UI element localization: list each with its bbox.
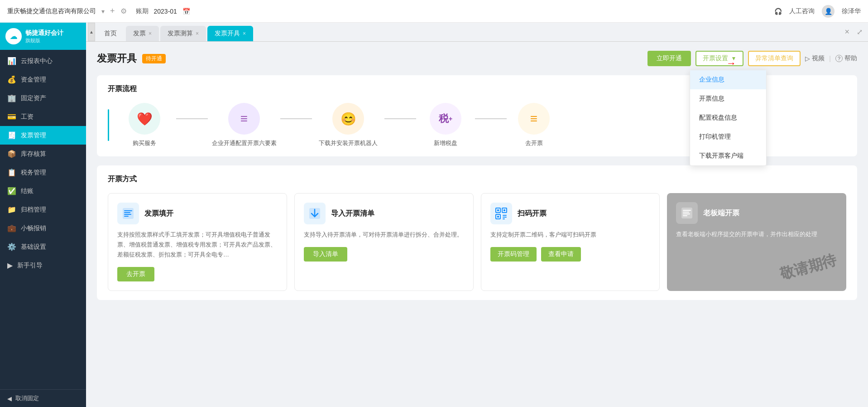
dropdown-arrow-indicator: → [726,58,736,68]
method-card-import: 导入开票清单 支持导入待开票清单，可对待开票清单进行拆分、合并处理。 导入清单 [294,193,474,291]
video-button[interactable]: ▷ 视频 [805,54,825,63]
support-icon: 🎧 [774,8,782,15]
user-avatar: 👤 [822,5,834,18]
abnormal-button[interactable]: 异常清单查询 [748,51,801,66]
zijin-icon: 💰 [7,75,16,84]
help-label: 帮助 [844,54,857,63]
flow-label-qukaiPiao: 去开票 [525,139,543,147]
calendar-icon[interactable]: 📅 [182,8,190,15]
dropdown-item-kaipiaoxinxi[interactable]: 开票信息 [690,89,766,108]
sidebar-label-jichushezhi: 基础设置 [21,243,46,251]
fill-icon [117,203,139,224]
sidebar-label-zijin: 资金管理 [21,76,46,84]
sidebar-item-shuiwu[interactable]: 📋 税务管理 [0,163,86,182]
flow-step-xinzeng: 税+ 新增税盘 [416,103,475,147]
sidebar-label-kucun: 库存核算 [21,150,46,158]
xiaochangbaoxiao-icon: 💼 [7,224,16,233]
import-btn[interactable]: 导入清单 [304,247,347,262]
dropdown-item-qiyeinfo[interactable]: 企业信息 [690,70,766,89]
tab-maximize[interactable]: ⤢ [853,28,866,36]
sidebar-bottom: ◀ 取消固定 [0,389,86,407]
content-area: ▲ 首页 发票 × 发票测算 × 发票开具 × × ⤢ [86,23,868,407]
period-label: 账期 [136,7,149,15]
fill-desc: 支持按照发票样式手工填开发票；可开具增值税电子普通发票、增值税普通发票、增值税专… [117,230,278,260]
svg-rect-11 [504,209,505,211]
scan-title: 扫码开票 [518,209,547,218]
svg-rect-12 [497,216,499,218]
sidebar-label-guidang: 归档管理 [21,206,46,214]
methods-section-title: 开票方式 [108,174,846,184]
settings-dropdown-menu: → 企业信息 开票信息 配置税盘信息 打印机管理 下载开票客户端 [690,70,767,166]
sidebar-item-gudingzichan[interactable]: 🏢 固定资产 [0,89,86,107]
settings-button[interactable]: 开票设置 ▼ [695,51,743,66]
sidebar-item-gongzi[interactable]: 💳 工资 [0,107,86,126]
sidebar-item-zijin[interactable]: 💰 资金管理 [0,70,86,89]
boss-icon [676,202,698,224]
support-label[interactable]: 人工咨询 [789,7,815,15]
fill-title: 发票填开 [144,209,173,218]
method-card-fill: 发票填开 支持按照发票样式手工填开发票；可开具增值税电子普通发票、增值税普通发票… [108,193,287,291]
method-card-scan: 扫码开票 支持定制开票二维码，客户端可扫码开票 开票码管理 查看申请 [481,193,660,291]
tab-fapiao-kaiju[interactable]: 发票开具 × [207,26,253,41]
tab-home[interactable]: 首页 [95,26,126,41]
scan-btn1[interactable]: 开票码管理 [490,247,537,262]
tab-fapiao-kaiju-close[interactable]: × [243,30,246,37]
sidebar-label-xinshouyin: 新手引导 [17,262,43,270]
top-bar-right: 🎧 人工咨询 👤 徐泽华 [774,5,861,18]
tab-fapiao-cesuan-close[interactable]: × [196,30,199,37]
sidebar-label-xiaochangbaoxiao: 小畅报销 [21,224,46,233]
scan-icon [490,203,512,224]
sidebar-label-gongzi: 工资 [21,113,34,121]
svg-rect-19 [683,213,690,214]
tab-fapiao-close[interactable]: × [149,30,152,37]
tab-scroll-up[interactable]: ▲ [88,23,95,41]
user-name: 徐泽华 [842,7,861,15]
boss-watermark: 敬请期待 [777,250,839,285]
sidebar-nav: 📊 云报表中心 💰 资金管理 🏢 固定资产 💳 工资 🧾 发票管理 📦 [0,50,86,389]
logo-icon: ☁ [5,28,22,44]
sidebar-item-fapiao[interactable]: 🧾 发票管理 [0,126,86,145]
sidebar-item-yunbao[interactable]: 📊 云报表中心 [0,52,86,70]
sidebar-item-jiezhang[interactable]: ✅ 结账 [0,182,86,200]
tab-bar: ▲ 首页 发票 × 发票测算 × 发票开具 × × ⤢ [86,23,868,42]
import-title: 导入开票清单 [331,209,374,218]
sidebar-item-xiaochangbaoxiao[interactable]: 💼 小畅报销 [0,219,86,237]
tab-fapiao[interactable]: 发票 × [126,26,159,41]
settings-icon[interactable]: ⚙ [120,7,127,15]
sidebar-item-guidang[interactable]: 📁 归档管理 [0,200,86,219]
sidebar-bottom-label[interactable]: 取消固定 [15,394,39,402]
tab-fapiao-label: 发票 [133,29,146,38]
dropdown-item-peizhishuipan[interactable]: 配置税盘信息 [690,108,766,127]
video-label: 视频 [812,54,825,63]
shuiwu-icon: 📋 [7,168,16,177]
method-card-boss: 老板端开票 查看老板端小程序提交的开票申请，并作出相应的处理 敬请期待 [667,193,846,291]
page-content: 发票开具 待开通 立即开通 开票设置 ▼ 异常清单查询 ▷ 视频 | [86,42,868,407]
sidebar-item-jichushezhi[interactable]: ⚙️ 基础设置 [0,237,86,256]
activate-button[interactable]: 立即开通 [647,51,691,66]
help-icon: ? [835,55,843,62]
flow-step-qukaiPiao: ≡ 去开票 [507,103,561,147]
scan-btn2[interactable]: 查看申请 [541,247,581,262]
yunbao-icon: 📊 [7,57,16,65]
flow-label-goumai: 购买服务 [133,139,156,147]
dropdown-item-xiazaikehuduan[interactable]: 下载开票客户端 [690,146,766,165]
gongzi-icon: 💳 [7,112,16,121]
tab-fapiao-cesuan[interactable]: 发票测算 × [160,26,206,41]
svg-rect-16 [681,208,692,218]
add-company-icon[interactable]: + [110,6,115,16]
sidebar-item-xinshouyin[interactable]: ▶ 新手引导 [0,256,86,275]
import-desc: 支持导入待开票清单，可对待开票清单进行拆分、合并处理。 [304,230,464,240]
help-button[interactable]: ? 帮助 [835,54,857,63]
fill-btn[interactable]: 去开票 [117,267,154,281]
svg-rect-20 [683,215,687,216]
dropdown-item-dayinjiguanli[interactable]: 打印机管理 [690,127,766,146]
tab-close-all[interactable]: × [841,27,853,37]
sidebar-item-kucun[interactable]: 📦 库存核算 [0,145,86,163]
logo-area: ☁ 畅捷通好会计 旗舰版 [0,23,86,50]
boss-title: 老板端开票 [703,208,739,218]
flow-step-goumai: ❤️ 购买服务 [113,103,176,147]
company-dropdown-icon[interactable]: ▾ [101,8,105,15]
flow-label-xiazai: 下载并安装开票机器人 [319,139,378,147]
import-icon [304,203,326,224]
gudingzichan-icon: 🏢 [7,94,16,102]
